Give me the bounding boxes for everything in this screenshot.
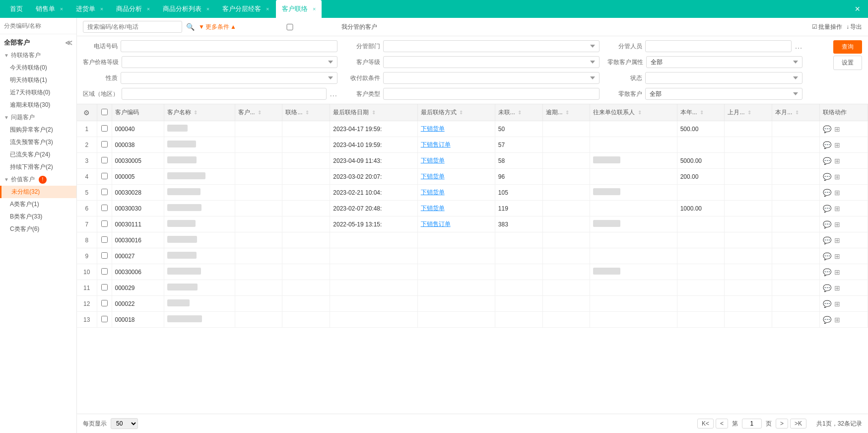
filter-person-dots[interactable]: … — [795, 42, 802, 51]
filter-status-select[interactable] — [645, 72, 802, 84]
filter-nature-select[interactable] — [121, 72, 337, 84]
nav-customer-contact[interactable]: 客户联络 × — [276, 0, 322, 18]
row-checkbox[interactable] — [101, 316, 108, 322]
row-checkbox[interactable] — [101, 300, 108, 306]
row-checkbox[interactable] — [101, 141, 108, 147]
close-customer-contact-icon[interactable]: × — [313, 6, 316, 12]
my-customers-checkbox[interactable]: 我分管的客户 — [240, 23, 377, 31]
grid-icon[interactable]: ⊞ — [834, 252, 840, 260]
contact-method-link[interactable]: 下销货单 — [421, 205, 445, 212]
grid-icon[interactable]: ⊞ — [834, 236, 840, 244]
last-page-button[interactable]: >K — [790, 419, 806, 429]
chat-icon[interactable]: 💬 — [823, 157, 831, 165]
row-checkbox[interactable] — [101, 284, 108, 290]
sidebar-item-churned[interactable]: 已流失客户(24) — [0, 148, 76, 161]
close-sales-icon[interactable]: × — [60, 6, 63, 12]
first-page-button[interactable]: K< — [697, 419, 714, 429]
grid-icon[interactable]: ⊞ — [834, 300, 840, 308]
contact-method-link[interactable]: 下销售订单 — [421, 141, 451, 148]
filter-person-input[interactable] — [645, 40, 792, 52]
filter-payment-select[interactable] — [383, 72, 600, 84]
filter-region-dots[interactable]: … — [330, 89, 337, 98]
per-page-select[interactable]: 50 100 — [111, 418, 138, 429]
category-search-input[interactable] — [4, 22, 77, 29]
contact-method-link[interactable]: 下销货单 — [421, 189, 445, 196]
chat-icon[interactable]: 💬 — [823, 284, 831, 292]
close-all-button[interactable]: × — [851, 4, 864, 14]
close-product-analysis-icon[interactable]: × — [147, 6, 150, 12]
grid-icon[interactable]: ⊞ — [834, 268, 840, 276]
chat-icon[interactable]: 💬 — [823, 220, 831, 228]
sidebar-item-a-class[interactable]: A类客户(1) — [0, 198, 76, 211]
grid-icon[interactable]: ⊞ — [834, 141, 840, 149]
grid-icon[interactable]: ⊞ — [834, 284, 840, 292]
filter-price-level-select[interactable] — [122, 56, 337, 68]
nav-sales[interactable]: 销售单 × — [30, 0, 69, 18]
contact-method-link[interactable]: 下销售订单 — [421, 220, 451, 227]
chat-icon[interactable]: 💬 — [823, 205, 831, 213]
batch-op-button[interactable]: ☑ 批量操作 — [812, 23, 842, 31]
row-checkbox[interactable] — [101, 173, 108, 179]
contact-method-link[interactable]: 下销货单 — [421, 125, 445, 132]
sidebar-item-tomorrow-pending[interactable]: 明天待联络(1) — [0, 74, 76, 86]
sidebar-item-abnormal[interactable]: 囤购异常客户(2) — [0, 124, 76, 136]
col-gear[interactable]: ⚙ — [77, 104, 97, 121]
next-page-button[interactable]: > — [776, 419, 788, 429]
grid-icon[interactable]: ⊞ — [834, 125, 840, 133]
row-checkbox[interactable] — [101, 220, 108, 227]
chat-icon[interactable]: 💬 — [823, 268, 831, 276]
export-button[interactable]: ↓ 导出 — [846, 23, 862, 31]
chat-icon[interactable]: 💬 — [823, 252, 831, 260]
filter-customer-level-select[interactable] — [383, 56, 600, 68]
grid-icon[interactable]: ⊞ — [834, 173, 840, 181]
close-product-analysis-list-icon[interactable]: × — [206, 6, 209, 12]
grid-icon[interactable]: ⊞ — [834, 316, 840, 324]
grid-icon[interactable]: ⊞ — [834, 220, 840, 228]
filter-phone-input[interactable] — [121, 40, 337, 52]
all-customers-header[interactable]: 全部客户 ≪ — [0, 34, 76, 49]
nav-customer-segment[interactable]: 客户分层经客 × — [216, 0, 275, 18]
page-number-input[interactable] — [742, 419, 762, 429]
row-checkbox[interactable] — [101, 157, 108, 163]
row-checkbox[interactable] — [101, 189, 108, 195]
chat-icon[interactable]: 💬 — [823, 300, 831, 308]
grid-icon[interactable]: ⊞ — [834, 189, 840, 197]
grid-icon[interactable]: ⊞ — [834, 205, 840, 213]
grid-icon[interactable]: ⊞ — [834, 157, 840, 165]
sidebar-item-no-group[interactable]: 未分组(32) — [0, 186, 76, 198]
sidebar-item-overdue-pending[interactable]: 逾期未联络(30) — [0, 99, 76, 111]
nav-home[interactable]: 首页 — [4, 0, 29, 18]
row-checkbox[interactable] — [101, 205, 108, 211]
chat-icon[interactable]: 💬 — [823, 141, 831, 149]
reset-button[interactable]: 设置 — [833, 56, 862, 70]
row-checkbox[interactable] — [101, 125, 108, 132]
prev-page-button[interactable]: < — [716, 419, 728, 429]
more-conditions-button[interactable]: ▼ 更多条件 ▲ — [199, 23, 236, 31]
filter-retail-select[interactable]: 全部 — [645, 88, 802, 100]
chat-icon[interactable]: 💬 — [823, 125, 831, 133]
sidebar-item-declining[interactable]: 持续下滑客户(2) — [0, 161, 76, 173]
search-input[interactable] — [83, 21, 182, 33]
filter-customer-type-input[interactable] — [383, 88, 600, 100]
sidebar-item-today-pending[interactable]: 今天待联络(0) — [0, 62, 76, 74]
chat-icon[interactable]: 💬 — [823, 189, 831, 197]
col-check-all[interactable] — [97, 104, 112, 121]
filter-region-input[interactable] — [122, 88, 327, 100]
nav-product-analysis[interactable]: 商品分析 × — [110, 0, 156, 18]
close-customer-segment-icon[interactable]: × — [266, 6, 269, 12]
check-all-checkbox[interactable] — [101, 109, 108, 115]
row-checkbox[interactable] — [101, 252, 108, 259]
contact-method-link[interactable]: 下销货单 — [421, 173, 445, 180]
chat-icon[interactable]: 💬 — [823, 173, 831, 181]
contact-method-link[interactable]: 下销货单 — [421, 157, 445, 164]
filter-search-icon[interactable]: 🔍 — [186, 23, 195, 31]
sidebar-item-b-class[interactable]: B类客户(33) — [0, 211, 76, 223]
filter-dept-select[interactable] — [383, 40, 600, 52]
sidebar-item-c-class[interactable]: C类客户(6) — [0, 223, 76, 235]
collapse-sidebar-icon[interactable]: ≪ — [65, 39, 72, 47]
my-customers-check[interactable] — [240, 24, 339, 30]
row-checkbox[interactable] — [101, 268, 108, 275]
gear-icon[interactable]: ⚙ — [83, 109, 90, 117]
row-checkbox[interactable] — [101, 236, 108, 243]
chat-icon[interactable]: 💬 — [823, 316, 831, 324]
